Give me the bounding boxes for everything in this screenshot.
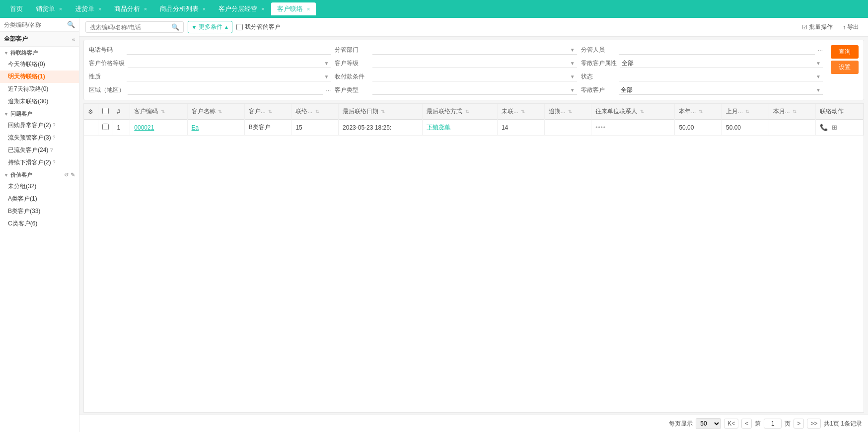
my-customers-checkbox[interactable] [236, 24, 243, 30]
col-type[interactable]: 客户... ⇅ [244, 104, 291, 120]
payment-terms-select[interactable] [372, 72, 577, 81]
page-number-input[interactable] [764, 419, 782, 429]
sidebar-item-class-a[interactable]: A类客户(1) [0, 193, 79, 205]
row-checkbox[interactable] [102, 124, 109, 130]
nav-product-analysis-list[interactable]: 商品分析列表 × [154, 2, 212, 15]
customer-grade-select[interactable] [372, 59, 577, 68]
col-uncontacted[interactable]: 未联... ⇅ [497, 104, 544, 120]
close-icon[interactable]: × [144, 6, 147, 12]
department-select[interactable] [372, 45, 577, 54]
department-label: 分管部门 [335, 46, 369, 54]
query-button[interactable]: 查询 [831, 45, 859, 59]
batch-operation-button[interactable]: ☑ 批量操作 [799, 21, 836, 33]
col-unit-contact[interactable]: 往来单位联系人 ⇅ [591, 104, 675, 120]
price-level-select[interactable] [128, 59, 331, 68]
phone-icon[interactable]: 📞 [820, 124, 828, 131]
all-customers-header[interactable]: 全部客户 « [0, 32, 79, 47]
search-icon[interactable]: 🔍 [67, 21, 75, 28]
nav-home[interactable]: 首页 [4, 2, 29, 15]
row-code[interactable]: 000021 [130, 120, 187, 136]
payment-terms-label: 收付款条件 [335, 72, 369, 81]
all-customers-label: 全部客户 [4, 35, 28, 43]
sidebar-item-tomorrow-contact[interactable]: 明天待联络(1) [0, 71, 79, 83]
sidebar-item-abnormal-repurchase[interactable]: 回购异常客户(2) ? [0, 119, 79, 132]
row-name[interactable]: Ea [187, 120, 244, 136]
col-name[interactable]: 客户名称 ⇅ [187, 104, 244, 120]
retail-customer-select[interactable]: 全部 [619, 85, 823, 94]
nav-customer-stratification[interactable]: 客户分层经营 × [213, 2, 270, 15]
value-group-icon2[interactable]: ✎ [71, 172, 75, 178]
region-input[interactable] [128, 85, 323, 95]
search-box[interactable]: 🔍 [85, 21, 184, 33]
sidebar-item-overdue-contact[interactable]: 逾期未联络(30) [0, 95, 79, 108]
col-seq: # [113, 104, 130, 120]
nav-product-analysis[interactable]: 商品分析 × [108, 2, 153, 15]
retail-attr-select[interactable]: 全部 [620, 59, 823, 68]
sidebar-item-ungrouped[interactable]: 未分组(32) [0, 180, 79, 193]
nav-sales-order[interactable]: 销货单 × [30, 2, 68, 15]
first-page-button[interactable]: K< [724, 419, 738, 429]
sidebar-item-declining[interactable]: 持续下滑客户(2) ? [0, 156, 79, 169]
sidebar-item-today-contact[interactable]: 今天待联络(0) [0, 58, 79, 71]
phone-input[interactable] [127, 45, 331, 55]
more-filter-button[interactable]: ▼ 更多条件 ▲ [188, 21, 232, 33]
close-icon[interactable]: × [307, 6, 310, 12]
row-last-contact-method[interactable]: 下销货单 [423, 120, 498, 136]
sort-icon: ⇅ [568, 109, 572, 114]
col-last-month[interactable]: 上月... ⇅ [722, 104, 769, 120]
triangle-icon: ▼ [4, 173, 8, 178]
nav-purchase-order[interactable]: 进货单 × [69, 2, 107, 15]
close-icon[interactable]: × [98, 6, 101, 12]
manager-input[interactable] [619, 45, 815, 55]
col-overdue[interactable]: 逾期... ⇅ [544, 104, 591, 120]
status-select[interactable] [619, 72, 823, 81]
sidebar-item-class-c[interactable]: C类客户(6) [0, 217, 79, 230]
close-icon[interactable]: × [59, 6, 62, 12]
col-contact-count[interactable]: 联络... ⇅ [291, 104, 339, 120]
value-group-icon1[interactable]: ↺ [64, 172, 69, 178]
col-this-year[interactable]: 本年... ⇅ [675, 104, 722, 120]
col-this-month[interactable]: 本月... ⇅ [769, 104, 816, 120]
sidebar-item-churn-warning[interactable]: 流失预警客户(3) ? [0, 132, 79, 144]
sort-icon: ⇅ [640, 109, 644, 114]
sidebar-search-input[interactable] [4, 21, 65, 28]
col-last-contact-method[interactable]: 最后联络方式 ⇅ [423, 104, 498, 120]
search-icon[interactable]: 🔍 [171, 23, 179, 31]
close-icon[interactable]: × [203, 6, 206, 12]
next-page-button[interactable]: > [794, 419, 804, 429]
more-icon[interactable]: ··· [818, 47, 823, 54]
sort-icon: ⇅ [268, 109, 272, 114]
grid-icon[interactable]: ⊞ [832, 124, 837, 131]
nav-customer-contact[interactable]: 客户联络 × [271, 2, 316, 15]
content-area: 🔍 ▼ 更多条件 ▲ 我分管的客户 ☑ 批量操作 ↑ 导出 [79, 18, 868, 432]
sidebar-item-churned[interactable]: 已流失客户(24) ? [0, 144, 79, 156]
group-title: 问题客户 [10, 110, 32, 118]
filter-price-level: 客户价格等级 ▼ [89, 59, 331, 68]
sidebar-item-7days-contact[interactable]: 近7天待联络(0) [0, 83, 79, 95]
page-prefix-label: 第 [755, 420, 761, 428]
my-customers-checkbox-label[interactable]: 我分管的客户 [236, 23, 281, 31]
col-checkbox [98, 104, 113, 120]
more-icon[interactable]: ··· [326, 87, 331, 94]
filter-department: 分管部门 ▼ [335, 45, 577, 55]
nature-select[interactable] [127, 72, 331, 81]
export-button[interactable]: ↑ 导出 [840, 21, 862, 33]
select-all-checkbox[interactable] [102, 108, 109, 114]
row-checkbox-cell[interactable] [98, 120, 113, 136]
close-icon[interactable]: × [261, 6, 264, 12]
retail-attr-label: 零散客户属性 [581, 59, 617, 68]
sort-icon: ⇅ [218, 109, 222, 114]
group-problem-customers: ▼ 问题客户 [0, 108, 79, 119]
col-code[interactable]: 客户编码 ⇅ [130, 104, 187, 120]
col-settings[interactable]: ⚙ [84, 104, 98, 120]
settings-button[interactable]: 设置 [831, 61, 859, 74]
main-search-input[interactable] [90, 24, 169, 31]
customer-type-select[interactable] [372, 85, 577, 94]
sidebar-item-class-b[interactable]: B类客户(33) [0, 205, 79, 217]
last-page-button[interactable]: >> [807, 419, 821, 429]
col-last-contact-date[interactable]: 最后联络日期 ⇅ [339, 104, 423, 120]
prev-page-button[interactable]: < [741, 419, 752, 429]
sidebar-search-bar[interactable]: 🔍 [0, 18, 79, 32]
collapse-icon[interactable]: « [72, 36, 75, 42]
per-page-select[interactable]: 50 100 200 [696, 418, 721, 429]
